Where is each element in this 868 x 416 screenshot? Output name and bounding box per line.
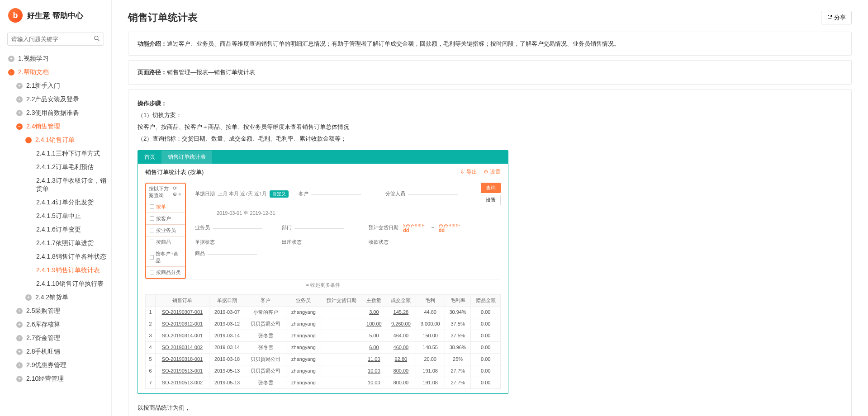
plus-icon[interactable]: + bbox=[16, 321, 23, 328]
shot-tab-home: 首页 bbox=[138, 151, 161, 164]
data-table: 销售订单单据日期客户业务员预计交货日期主数量成交金额毛利毛利率赠品金额 1SO-… bbox=[145, 294, 501, 389]
export-link: ⇩ 导出 bbox=[460, 168, 477, 176]
nav-item-2419[interactable]: 2.4.1.9销售订单统计表 bbox=[0, 264, 111, 277]
shot-tabs: 首页 销售订单统计表 bbox=[138, 151, 508, 164]
path-label: 页面路径： bbox=[138, 69, 167, 76]
setting-link: ⚙ 设置 bbox=[484, 168, 501, 176]
filter-option: 按单 bbox=[146, 201, 185, 213]
nav-item-2415[interactable]: 2.4.1.5订单中止 bbox=[0, 209, 111, 223]
plus-icon[interactable]: + bbox=[16, 376, 23, 382]
search-input[interactable] bbox=[11, 36, 94, 43]
option-icon bbox=[150, 270, 154, 274]
nav-item-21[interactable]: +2.1新手入门 bbox=[0, 79, 111, 93]
nav-item-2418[interactable]: 2.4.1.8销售订单各种状态 bbox=[0, 250, 111, 264]
filter-option: 按客户 bbox=[146, 213, 185, 224]
nav-item-24110[interactable]: 2.4.1.10销售订单执行表 bbox=[0, 277, 111, 291]
option-icon bbox=[150, 240, 154, 244]
brand: b 好生意 帮助中心 bbox=[0, 5, 111, 29]
nav-item-29[interactable]: +2.9优惠券管理 bbox=[0, 359, 111, 372]
nav-item-22[interactable]: +2.2产品安装及登录 bbox=[0, 93, 111, 106]
step1-text: 按客户、按商品、按客户＋商品、按单、按业务员等维度来查看销售订单总体情况 bbox=[138, 121, 842, 133]
option-icon bbox=[150, 228, 154, 232]
table-header: 业务员 bbox=[286, 294, 321, 306]
sidebar: b 好生意 帮助中心 +1.视频学习 −2.帮助文档 +2.1新手入门 +2.2… bbox=[0, 0, 112, 416]
nav-item-docs[interactable]: −2.帮助文档 bbox=[0, 66, 111, 79]
table-header: 销售订单 bbox=[155, 294, 209, 306]
intro-label: 功能介绍： bbox=[138, 40, 167, 47]
example-label: 以按商品统计为例， bbox=[138, 402, 842, 414]
table-header: 预计交货日期 bbox=[321, 294, 362, 306]
table-row: 1SO-20190307-0012019-03-07小常的客户zhangyang… bbox=[146, 306, 501, 318]
nav-item-24[interactable]: −2.4销售管理 bbox=[0, 120, 111, 133]
step2: （2）查询指标：交货日期、数量、成交金额、毛利、毛利率、累计收款金额等； bbox=[138, 133, 842, 145]
main-content: 销售订单统计表 分享 功能介绍：通过客户、业务员、商品等维度查询销售订单的明细汇… bbox=[112, 0, 868, 416]
example-text: 统计某段时间里，各个商品销售出去的订单笔数、成交金额、毛利等数据；可以看出，在某… bbox=[138, 414, 842, 416]
minus-icon[interactable]: − bbox=[8, 69, 14, 76]
minus-icon[interactable]: − bbox=[16, 123, 23, 130]
search-box[interactable] bbox=[7, 33, 104, 46]
search-icon[interactable] bbox=[94, 35, 100, 43]
minus-icon[interactable]: − bbox=[25, 137, 32, 143]
path-box: 页面路径：销售管理—报表—销售订单统计表 bbox=[128, 60, 852, 84]
nav-item-2413[interactable]: 2.4.1.3订单收取订金，销货单 bbox=[0, 174, 111, 196]
share-icon bbox=[827, 14, 832, 21]
nav-item-23[interactable]: +2.3使用前数据准备 bbox=[0, 106, 111, 120]
nav-item-2412[interactable]: 2.4.1.2订单毛利预估 bbox=[0, 161, 111, 174]
table-header: 毛利 bbox=[416, 294, 445, 306]
nav-tree: +1.视频学习 −2.帮助文档 +2.1新手入门 +2.2产品安装及登录 +2.… bbox=[0, 52, 111, 386]
plus-icon[interactable]: + bbox=[16, 83, 23, 89]
option-icon bbox=[150, 216, 154, 221]
plus-icon[interactable]: + bbox=[16, 110, 23, 116]
brand-title: 好生意 帮助中心 bbox=[27, 10, 83, 21]
shot-tab-current: 销售订单统计表 bbox=[161, 151, 212, 164]
plus-icon[interactable]: + bbox=[8, 56, 14, 62]
filter-option: 按商品 bbox=[146, 236, 185, 248]
nav-item-28[interactable]: +2.8手机旺铺 bbox=[0, 345, 111, 359]
table-row: 2SO-20190312-0012019-03-12贝贝贸易公司zhangyan… bbox=[146, 318, 501, 330]
table-header: 主数量 bbox=[362, 294, 386, 306]
share-button[interactable]: 分享 bbox=[821, 11, 852, 24]
nav-item-2414[interactable]: 2.4.1.4订单分批发货 bbox=[0, 196, 111, 209]
table-row: 5SO-20190318-0012019-03-18贝贝贸易公司zhangyan… bbox=[146, 353, 501, 365]
plus-icon[interactable]: + bbox=[25, 294, 32, 301]
refresh-icon: ⟳ ⊕ « bbox=[173, 185, 182, 199]
page-title: 销售订单统计表 bbox=[128, 11, 198, 24]
svg-point-0 bbox=[95, 36, 98, 40]
nav-item-2416[interactable]: 2.4.1.6订单变更 bbox=[0, 223, 111, 236]
plus-icon[interactable]: + bbox=[16, 362, 23, 369]
table-row: 4SO-20190314-0022019-03-14张冬雪zhangyang6.… bbox=[146, 341, 501, 353]
nav-item-27[interactable]: +2.7资金管理 bbox=[0, 331, 111, 345]
nav-item-25[interactable]: +2.5采购管理 bbox=[0, 304, 111, 318]
table-row: 6SO-20190513-0012019-05-13贝贝贸易公司zhangyan… bbox=[146, 365, 501, 377]
path-text: 销售管理—报表—销售订单统计表 bbox=[167, 69, 255, 76]
set-button: 设置 bbox=[481, 195, 501, 205]
filter-option: 按业务员 bbox=[146, 224, 185, 236]
step1: （1）切换方案： bbox=[138, 109, 842, 121]
svg-line-1 bbox=[98, 39, 100, 41]
shot-title: 销售订单统计表 (按单) bbox=[145, 168, 204, 176]
plus-icon[interactable]: + bbox=[16, 96, 23, 103]
nav-item-2411[interactable]: 2.4.1.1三种下订单方式 bbox=[0, 147, 111, 161]
filter-option: 按客户+商品 bbox=[146, 248, 185, 266]
option-icon bbox=[150, 255, 154, 260]
plus-icon[interactable]: + bbox=[16, 308, 23, 314]
steps-label: 操作步骤： bbox=[138, 98, 842, 109]
table-header: 单据日期 bbox=[209, 294, 245, 306]
nav-item-video[interactable]: +1.视频学习 bbox=[0, 52, 111, 66]
nav-item-210[interactable]: +2.10经营管理 bbox=[0, 372, 111, 386]
nav-item-242[interactable]: +2.4.2销货单 bbox=[0, 291, 111, 304]
table-header: 成交金额 bbox=[386, 294, 416, 306]
nav-item-2417[interactable]: 2.4.1.7依照订单进货 bbox=[0, 236, 111, 250]
nav-item-26[interactable]: +2.6库存核算 bbox=[0, 318, 111, 331]
intro-box: 功能介绍：通过客户、业务员、商品等维度查询销售订单的明细汇总情况；有助于管理者了… bbox=[128, 32, 852, 56]
content-box: 操作步骤： （1）切换方案： 按客户、按商品、按客户＋商品、按单、按业务员等维度… bbox=[128, 89, 852, 416]
filter-option: 按商品分类 bbox=[146, 266, 185, 278]
option-icon bbox=[150, 204, 154, 209]
nav-item-241[interactable]: −2.4.1销售订单 bbox=[0, 133, 111, 147]
table-row: 7SO-20190513-0022019-05-13张冬雪zhangyang10… bbox=[146, 377, 501, 388]
table-header bbox=[146, 294, 156, 306]
collapse-bar: ≈ 收起更多条件 bbox=[145, 279, 501, 291]
plus-icon[interactable]: + bbox=[16, 349, 23, 355]
filter-panel: 按以下方案查询⟳ ⊕ « 按单按客户按业务员按商品按客户+商品按商品分类 bbox=[145, 183, 186, 279]
plus-icon[interactable]: + bbox=[16, 335, 23, 341]
